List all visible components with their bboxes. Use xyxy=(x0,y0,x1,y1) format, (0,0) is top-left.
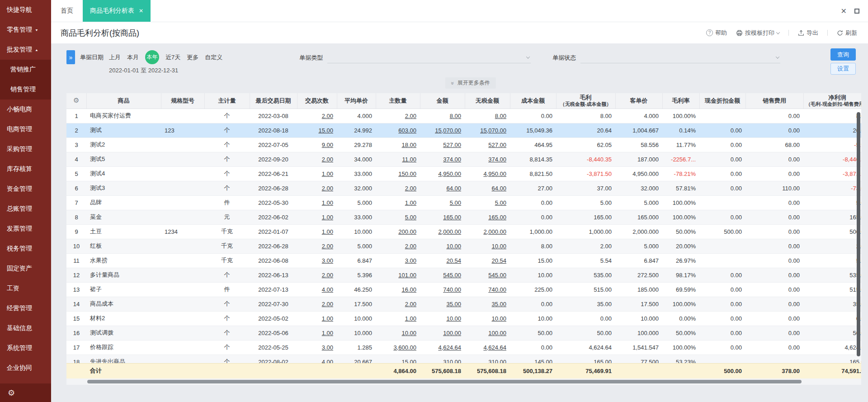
doc-status-select[interactable] xyxy=(580,52,780,63)
drill-down-link[interactable]: 2.00 xyxy=(322,272,333,279)
col-header-amount[interactable]: 金额 xyxy=(420,93,465,109)
tab-close-icon[interactable]: ✕ xyxy=(139,8,143,14)
sidebar-item[interactable]: 采购管理 xyxy=(0,139,51,159)
sidebar-item[interactable]: 基础信息 xyxy=(0,318,51,338)
quick-option[interactable]: 更多 xyxy=(187,53,198,61)
col-header-unit[interactable]: 主计量 xyxy=(204,93,250,109)
drill-down-link[interactable]: 374.00 xyxy=(488,156,506,163)
drill-down-link[interactable]: 4,624.64 xyxy=(438,344,461,351)
table-row[interactable]: 16测试调拨个2022-05-061.0010.00010.00100.0010… xyxy=(66,326,861,340)
drill-down-link[interactable]: 545.00 xyxy=(488,272,506,279)
print-by-template-button[interactable]: 按模板打印 xyxy=(736,29,779,37)
col-header-qty[interactable]: 主数量 xyxy=(376,93,420,109)
sidebar-item[interactable]: 批发管理▲ xyxy=(0,40,51,60)
table-row[interactable]: 3测试2个2022-07-059.0029.27818.00527.00527.… xyxy=(66,137,861,152)
drill-down-link[interactable]: 545.00 xyxy=(443,272,461,279)
drill-down-link[interactable]: 2.00 xyxy=(405,113,416,119)
col-header-sale_exp[interactable]: 销售费用 xyxy=(745,93,803,109)
drill-down-link[interactable]: 150.00 xyxy=(398,170,416,177)
drill-down-link[interactable]: 2.00 xyxy=(322,113,333,119)
sidebar-item[interactable]: 小畅电商 xyxy=(0,99,51,119)
drill-down-link[interactable]: 9.00 xyxy=(322,142,333,148)
drill-down-link[interactable]: 2.00 xyxy=(405,301,416,307)
vertical-scrollbar[interactable] xyxy=(856,109,861,363)
drill-down-link[interactable]: 2.00 xyxy=(405,185,416,192)
col-header-rate[interactable]: 毛利率 xyxy=(662,93,699,109)
drill-down-link[interactable]: 4,950.00 xyxy=(483,170,506,177)
col-header-product[interactable]: 商品 xyxy=(86,93,161,109)
table-row[interactable]: 15材料2个2022-05-021.0010.0001.0010.0010.00… xyxy=(66,311,861,326)
drill-down-link[interactable]: 10.00 xyxy=(401,330,416,336)
drill-down-link[interactable]: 101.00 xyxy=(398,272,416,279)
drill-down-link[interactable]: 3,600.00 xyxy=(393,344,416,351)
drill-down-link[interactable]: 310.00 xyxy=(488,359,506,364)
drill-down-link[interactable]: 1.00 xyxy=(322,315,333,322)
sidebar-settings-button[interactable]: ⚙ xyxy=(0,383,51,402)
table-row[interactable]: 13裙子件2022-07-134.0046.25016.00740.00740.… xyxy=(66,282,861,297)
col-header-notax[interactable]: 无税金额 xyxy=(465,93,510,109)
search-button[interactable]: 查询 xyxy=(830,48,856,61)
drill-down-link[interactable]: 18.00 xyxy=(401,142,416,148)
quick-option[interactable]: 近7天 xyxy=(165,53,180,61)
drill-down-link[interactable]: 2,000.00 xyxy=(438,228,461,235)
table-row[interactable]: 18先进先出商品个2022-08-024.0020.66715.00310.00… xyxy=(66,355,861,363)
drill-down-link[interactable]: 8.00 xyxy=(450,113,461,119)
drill-down-link[interactable]: 740.00 xyxy=(443,286,461,293)
drill-down-link[interactable]: 5.00 xyxy=(405,214,416,221)
drill-down-link[interactable]: 603.00 xyxy=(398,127,416,134)
column-config-header[interactable]: ⚙ xyxy=(66,93,86,109)
sidebar-item[interactable]: 快捷导航 xyxy=(0,0,51,20)
drill-down-link[interactable]: 10.00 xyxy=(491,243,506,250)
vertical-scrollbar-thumb[interactable] xyxy=(857,112,860,356)
drill-down-link[interactable]: 64.00 xyxy=(446,185,461,192)
drill-down-link[interactable]: 2.00 xyxy=(322,243,333,250)
quick-option[interactable]: 自定义 xyxy=(205,53,222,61)
drill-down-link[interactable]: 2.00 xyxy=(322,156,333,163)
drill-down-link[interactable]: 15.00 xyxy=(318,127,333,134)
drill-down-link[interactable]: 10.00 xyxy=(446,243,461,250)
sidebar-item[interactable]: 资金管理 xyxy=(0,179,51,199)
sidebar-item[interactable]: 工资 xyxy=(0,279,51,298)
table-row[interactable]: 6测试3个2022-06-282.0032.0002.0064.0064.002… xyxy=(66,181,861,195)
help-button[interactable]: ? 帮助 xyxy=(706,29,727,37)
drill-down-link[interactable]: 165.00 xyxy=(488,214,506,221)
drill-down-link[interactable]: 20.54 xyxy=(446,257,461,264)
drill-down-link[interactable]: 4.00 xyxy=(322,286,333,293)
drill-down-link[interactable]: 100.00 xyxy=(443,330,461,336)
quick-option[interactable]: 上月 xyxy=(109,53,121,61)
drill-down-link[interactable]: 527.00 xyxy=(443,142,461,148)
drill-down-link[interactable]: 15,070.00 xyxy=(480,127,506,134)
drill-down-link[interactable]: 374.00 xyxy=(443,156,461,163)
drill-down-link[interactable]: 1.00 xyxy=(322,214,333,221)
sidebar-item[interactable]: 营销推广 xyxy=(0,60,51,80)
col-header-per_cust[interactable]: 客单价 xyxy=(615,93,662,109)
tab-home[interactable]: 首页 xyxy=(51,0,83,22)
table-row[interactable]: 5测试4个2022-06-211.0033.000150.004,950.004… xyxy=(66,166,861,181)
drill-down-link[interactable]: 527.00 xyxy=(488,142,506,148)
collapse-filter-button[interactable]: » xyxy=(66,50,75,64)
table-row[interactable]: 7品牌件2022-05-301.005.0001.005.005.000.005… xyxy=(66,195,861,210)
sidebar-item[interactable]: 电商管理 xyxy=(0,119,51,139)
drill-down-link[interactable]: 1.00 xyxy=(405,315,416,322)
col-header-net[interactable]: 净利润（毛利-现金折扣-销售费用） xyxy=(803,93,861,109)
sidebar-item[interactable]: 系统管理 xyxy=(0,338,51,358)
col-header-cash_disc[interactable]: 现金折扣金额 xyxy=(699,93,745,109)
table-row[interactable]: 8菜金元2022-06-021.0033.0005.00165.00165.00… xyxy=(66,210,861,224)
drill-down-link[interactable]: 165.00 xyxy=(443,214,461,221)
drill-down-link[interactable]: 10.00 xyxy=(446,315,461,322)
drill-down-link[interactable]: 740.00 xyxy=(488,286,506,293)
horizontal-scrollbar-thumb[interactable] xyxy=(87,380,802,383)
drill-down-link[interactable]: 3.00 xyxy=(405,257,416,264)
col-header-times[interactable]: 交易次数 xyxy=(297,93,337,109)
drill-down-link[interactable]: 35.00 xyxy=(491,301,506,307)
drill-down-link[interactable]: 200.00 xyxy=(398,228,416,235)
doc-type-select[interactable] xyxy=(327,52,531,63)
drill-down-link[interactable]: 4,950.00 xyxy=(438,170,461,177)
table-row[interactable]: 9土豆1234千克2022-01-071.0010.000200.002,000… xyxy=(66,224,861,239)
drill-down-link[interactable]: 16.00 xyxy=(401,286,416,293)
sidebar-item[interactable]: 发票管理 xyxy=(0,219,51,239)
table-row[interactable]: 17价格跟踪个2022-05-253.001.2853,600.004,624.… xyxy=(66,340,861,355)
drill-down-link[interactable]: 15.00 xyxy=(401,359,416,364)
table-row[interactable]: 4测试5个2022-09-202.0034.00011.00374.00374.… xyxy=(66,152,861,166)
table-row[interactable]: 2测试123个2022-08-1815.0024.992603.0015,070… xyxy=(66,123,861,137)
